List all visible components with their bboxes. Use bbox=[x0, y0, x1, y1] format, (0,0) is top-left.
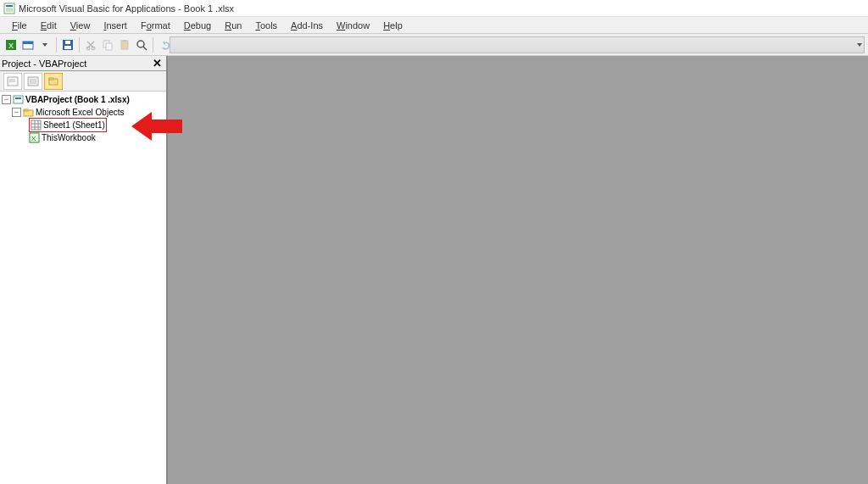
project-explorer-title: Project - VBAProject bbox=[2, 58, 86, 69]
view-code-button[interactable] bbox=[3, 73, 22, 90]
svg-rect-14 bbox=[121, 41, 128, 49]
menu-help[interactable]: Help bbox=[378, 19, 408, 32]
svg-rect-9 bbox=[65, 41, 70, 44]
workbook-icon: X bbox=[29, 132, 40, 143]
svg-point-16 bbox=[137, 41, 144, 47]
svg-rect-2 bbox=[6, 8, 13, 12]
svg-rect-39 bbox=[15, 97, 21, 99]
tree-item-sheet1-label: Sheet1 (Sheet1) bbox=[43, 119, 105, 131]
tree-root-label: VBAProject (Book 1 .xlsx) bbox=[25, 93, 130, 106]
object-box-combo[interactable] bbox=[170, 36, 865, 53]
standard-toolbar: X ? bbox=[0, 34, 868, 56]
close-panel-button[interactable]: ✕ bbox=[150, 57, 164, 70]
tree-root[interactable]: − VBAProject (Book 1 .xlsx) bbox=[2, 93, 164, 106]
svg-rect-38 bbox=[14, 96, 23, 103]
svg-rect-1 bbox=[6, 5, 13, 7]
find-button[interactable] bbox=[134, 37, 149, 53]
cut-button[interactable] bbox=[83, 37, 98, 53]
menu-window[interactable]: Window bbox=[331, 19, 375, 32]
svg-rect-35 bbox=[30, 79, 36, 84]
svg-rect-6 bbox=[23, 42, 33, 44]
svg-rect-13 bbox=[106, 43, 112, 50]
svg-text:X: X bbox=[8, 42, 14, 50]
project-explorer-toolbar bbox=[0, 71, 166, 92]
svg-rect-37 bbox=[49, 78, 53, 80]
worksheet-icon bbox=[31, 120, 42, 131]
expand-icon[interactable]: − bbox=[12, 108, 21, 117]
menu-format[interactable]: Format bbox=[136, 19, 175, 32]
insert-dropdown[interactable] bbox=[37, 37, 53, 53]
vbaproject-icon bbox=[13, 94, 24, 105]
window-title: Microsoft Visual Basic for Applications … bbox=[19, 3, 234, 14]
svg-rect-41 bbox=[24, 109, 28, 111]
app-icon bbox=[3, 3, 15, 14]
menu-insert[interactable]: Insert bbox=[98, 19, 132, 32]
project-tree: − VBAProject (Book 1 .xlsx) − Microsoft … bbox=[0, 92, 166, 484]
menubar: File Edit View Insert Format Debug Run T… bbox=[0, 17, 868, 34]
tree-item-thisworkbook[interactable]: X ThisWorkbook bbox=[2, 131, 164, 144]
svg-rect-15 bbox=[123, 40, 126, 42]
menu-run[interactable]: Run bbox=[220, 19, 247, 32]
toggle-folders-button[interactable] bbox=[44, 73, 63, 90]
menu-addins[interactable]: Add-Ins bbox=[286, 19, 328, 32]
titlebar: Microsoft Visual Basic for Applications … bbox=[0, 0, 868, 17]
menu-file[interactable]: File bbox=[7, 19, 32, 32]
insert-userform-button[interactable] bbox=[20, 37, 36, 53]
tree-item-thisworkbook-label: ThisWorkbook bbox=[42, 131, 96, 144]
folder-icon bbox=[23, 107, 34, 118]
save-button[interactable] bbox=[60, 37, 75, 53]
menu-debug[interactable]: Debug bbox=[179, 19, 216, 32]
menu-edit[interactable]: Edit bbox=[36, 19, 62, 32]
menu-tools[interactable]: Tools bbox=[250, 19, 282, 32]
svg-line-17 bbox=[143, 47, 147, 50]
mdi-workspace bbox=[168, 56, 868, 484]
paste-button[interactable] bbox=[117, 37, 132, 53]
expand-icon[interactable]: − bbox=[2, 95, 11, 104]
svg-rect-42 bbox=[31, 120, 41, 130]
project-explorer-header: Project - VBAProject ✕ bbox=[0, 56, 166, 71]
project-explorer-panel: Project - VBAProject ✕ − VBAProject (Boo… bbox=[0, 56, 168, 484]
copy-button[interactable] bbox=[100, 37, 115, 53]
svg-text:X: X bbox=[31, 135, 36, 142]
tree-folder-label: Microsoft Excel Objects bbox=[36, 106, 124, 119]
view-excel-button[interactable]: X bbox=[3, 37, 19, 53]
svg-rect-8 bbox=[64, 46, 71, 49]
menu-view[interactable]: View bbox=[65, 19, 96, 32]
tree-folder-excel-objects[interactable]: − Microsoft Excel Objects bbox=[2, 106, 164, 119]
tree-item-sheet1[interactable]: Sheet1 (Sheet1) bbox=[2, 119, 164, 131]
view-object-button[interactable] bbox=[24, 73, 42, 90]
